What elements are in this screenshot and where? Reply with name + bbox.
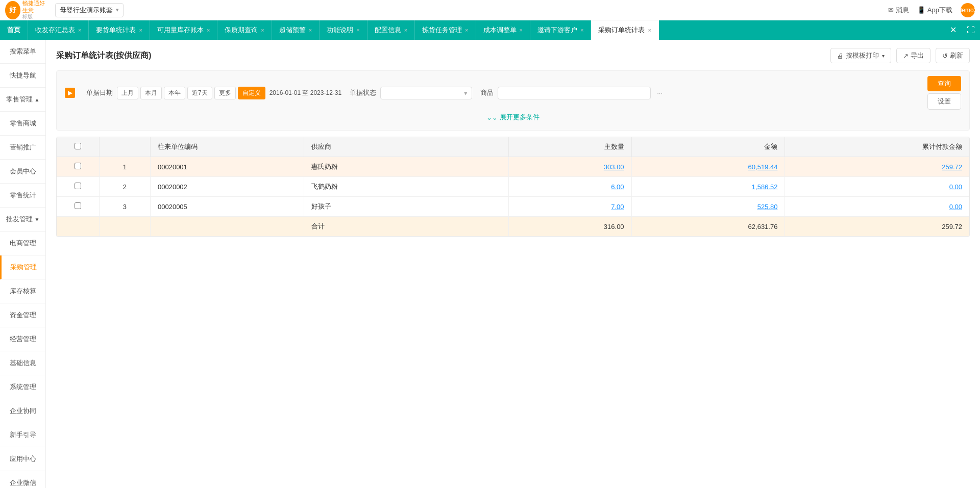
tab-config[interactable]: 配置信息 × bbox=[368, 20, 415, 40]
tab-function[interactable]: 功能说明 × bbox=[320, 20, 367, 40]
sidebar-item-enterprise[interactable]: 企业协同 bbox=[0, 399, 45, 423]
close-icon[interactable]: × bbox=[78, 27, 81, 33]
app-download-btn[interactable]: 📱 App下载 bbox=[917, 6, 952, 15]
row-amount[interactable]: 525.80 bbox=[631, 197, 785, 217]
col-header-seq bbox=[99, 137, 150, 157]
message-btn[interactable]: ✉ 消息 bbox=[888, 6, 909, 15]
more-icon[interactable]: ··· bbox=[657, 89, 663, 97]
sidebar-item-wholesale[interactable]: 批发管理 ▼ bbox=[0, 208, 45, 232]
sidebar-item-finance[interactable]: 资金管理 bbox=[0, 303, 45, 327]
sidebar-item-marketing[interactable]: 营销推广 bbox=[0, 136, 45, 160]
row-qty[interactable]: 6.00 bbox=[508, 177, 631, 197]
refresh-icon: ↺ bbox=[942, 52, 948, 60]
sidebar-item-app-center[interactable]: 应用中心 bbox=[0, 447, 45, 471]
close-icon[interactable]: × bbox=[309, 27, 312, 33]
sidebar-item-search[interactable]: 搜索菜单 bbox=[0, 40, 45, 64]
close-icon[interactable]: × bbox=[465, 27, 468, 33]
close-icon[interactable]: × bbox=[207, 27, 210, 33]
tab-overstock[interactable]: 超储预警 × bbox=[272, 20, 320, 40]
sidebar-item-retail-mall[interactable]: 零售商城 bbox=[0, 112, 45, 136]
close-icon[interactable]: × bbox=[261, 27, 264, 33]
content-area: 采购订单统计表(按供应商) 🖨 按模板打印 ▾ ↗ 导出 ↺ 刷新 bbox=[46, 40, 980, 488]
tab-invite[interactable]: 邀请下游客户 × bbox=[530, 20, 591, 40]
custom-date-btn[interactable]: 自定义 bbox=[238, 87, 265, 99]
sidebar-item-newbie[interactable]: 新手引导 bbox=[0, 423, 45, 447]
row-checkbox[interactable] bbox=[75, 183, 81, 189]
close-icon[interactable]: × bbox=[139, 27, 142, 33]
status-select[interactable]: ▾ bbox=[380, 87, 472, 99]
print-button[interactable]: 🖨 按模板打印 ▾ bbox=[830, 48, 891, 63]
row-paid[interactable]: 0.00 bbox=[785, 177, 969, 197]
last-7days-btn[interactable]: 近7天 bbox=[187, 87, 212, 99]
row-checkbox-cell[interactable] bbox=[57, 157, 99, 177]
this-month-btn[interactable]: 本月 bbox=[140, 87, 162, 99]
row-paid[interactable]: 0.00 bbox=[785, 197, 969, 217]
row-amount[interactable]: 60,519.44 bbox=[631, 157, 785, 177]
tab-home[interactable]: 首页 bbox=[0, 20, 28, 40]
goods-input[interactable] bbox=[498, 87, 651, 99]
this-year-btn[interactable]: 本年 bbox=[164, 87, 185, 99]
settings-button[interactable]: 设置 bbox=[927, 93, 961, 110]
close-icon[interactable]: × bbox=[580, 27, 583, 33]
sidebar-item-purchase[interactable]: 采购管理 bbox=[0, 255, 45, 279]
goods-filter-item: 商品 ··· bbox=[480, 87, 663, 99]
filter-toggle-btn[interactable]: ▶ bbox=[65, 88, 75, 98]
user-avatar-btn[interactable]: demo2 bbox=[961, 3, 975, 17]
row-paid[interactable]: 259.72 bbox=[785, 157, 969, 177]
export-icon: ↗ bbox=[903, 52, 909, 60]
close-icon[interactable]: × bbox=[520, 27, 523, 33]
refresh-button[interactable]: ↺ 刷新 bbox=[936, 48, 970, 63]
nav-end-buttons: ✕ ⛶ bbox=[945, 20, 980, 40]
sidebar-item-operations[interactable]: 经营管理 bbox=[0, 327, 45, 351]
close-icon[interactable]: × bbox=[356, 27, 359, 33]
table-row[interactable]: 3 00020005 好孩子 7.00 525.80 0.00 bbox=[57, 197, 969, 217]
row-checkbox[interactable] bbox=[75, 202, 81, 209]
sidebar-item-retail-stat[interactable]: 零售统计 bbox=[0, 184, 45, 208]
row-checkbox[interactable] bbox=[75, 163, 81, 169]
sidebar-item-basic[interactable]: 基础信息 bbox=[0, 351, 45, 375]
workspace-selector[interactable]: 母婴行业演示账套 ▾ bbox=[55, 3, 124, 17]
row-amount[interactable]: 1,586.52 bbox=[631, 177, 785, 197]
avatar: demo2 bbox=[961, 3, 975, 17]
mobile-icon: 📱 bbox=[917, 6, 925, 14]
sidebar-item-shortcut[interactable]: 快捷导航 bbox=[0, 64, 45, 88]
chevron-down-icon: ▼ bbox=[35, 217, 40, 222]
sidebar-item-retail[interactable]: 零售管理 ▲ bbox=[0, 88, 45, 112]
expand-more-btn[interactable]: ⌄⌄ 展开更多条件 bbox=[486, 113, 540, 122]
sidebar-item-member[interactable]: 会员中心 bbox=[0, 160, 45, 184]
more-date-btn[interactable]: 更多 bbox=[214, 87, 236, 99]
row-supplier: 飞鹤奶粉 bbox=[304, 177, 508, 197]
nav-expand-btn[interactable]: ⛶ bbox=[962, 20, 980, 40]
top-bar: 好 畅捷通好生意 标版 母婴行业演示账套 ▾ ✉ 消息 📱 App下载 demo… bbox=[0, 0, 980, 20]
close-icon[interactable]: × bbox=[648, 27, 651, 33]
col-header-paid: 累计付款金额 bbox=[785, 137, 969, 157]
close-icon[interactable]: × bbox=[404, 27, 407, 33]
tab-order-summary[interactable]: 要货单统计表 × bbox=[89, 20, 150, 40]
row-checkbox-cell[interactable] bbox=[57, 197, 99, 217]
sidebar-item-enterprise-wechat[interactable]: 企业微信 bbox=[0, 471, 45, 488]
table-row[interactable]: 1 00020001 惠氏奶粉 303.00 60,519.44 259.72 bbox=[57, 157, 969, 177]
chevron-down-icon: ▾ bbox=[464, 89, 468, 97]
sidebar-item-system[interactable]: 系统管理 bbox=[0, 375, 45, 399]
row-checkbox-cell[interactable] bbox=[57, 177, 99, 197]
sidebar: 搜索菜单 快捷导航 零售管理 ▲ 零售商城 营销推广 会员中心 零售统计 批发管… bbox=[0, 40, 46, 488]
row-supplier: 惠氏奶粉 bbox=[304, 157, 508, 177]
select-all-checkbox[interactable] bbox=[75, 143, 81, 149]
row-qty[interactable]: 7.00 bbox=[508, 197, 631, 217]
tab-pick-task[interactable]: 拣货任务管理 × bbox=[415, 20, 476, 40]
query-button[interactable]: 查询 bbox=[927, 76, 961, 91]
nav-close-btn[interactable]: ✕ bbox=[945, 20, 962, 40]
tab-purchase-stat[interactable]: 采购订单统计表 × bbox=[591, 20, 658, 40]
export-button[interactable]: ↗ 导出 bbox=[896, 48, 930, 63]
table-row[interactable]: 2 00020002 飞鹤奶粉 6.00 1,586.52 0.00 bbox=[57, 177, 969, 197]
last-month-btn[interactable]: 上月 bbox=[117, 87, 138, 99]
row-seq: 1 bbox=[99, 157, 150, 177]
row-qty[interactable]: 303.00 bbox=[508, 157, 631, 177]
tab-receive[interactable]: 收发存汇总表 × bbox=[28, 20, 89, 40]
sidebar-item-inventory[interactable]: 库存核算 bbox=[0, 279, 45, 303]
tab-cost-adjust[interactable]: 成本调整单 × bbox=[476, 20, 530, 40]
table-container: 往来单位编码 供应商 主数量 金额 累计付款金额 1 00020001 惠氏奶粉… bbox=[56, 137, 970, 237]
sidebar-item-ecommerce[interactable]: 电商管理 bbox=[0, 232, 45, 255]
tab-warranty[interactable]: 保质期查询 × bbox=[217, 20, 272, 40]
tab-stock-book[interactable]: 可用量库存账本 × bbox=[150, 20, 217, 40]
